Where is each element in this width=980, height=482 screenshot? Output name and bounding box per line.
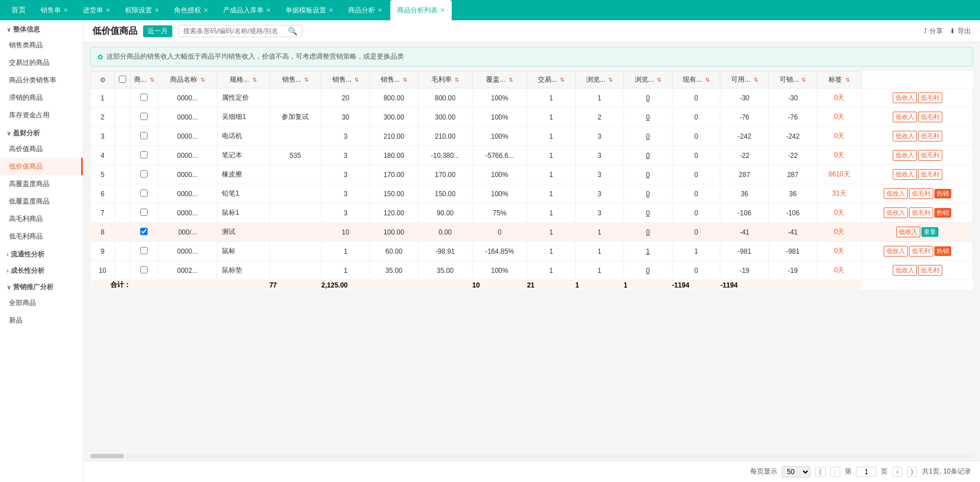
sidebar-group-marketing[interactable]: ∨ 营销推广分析	[0, 278, 83, 294]
row-checkbox-input[interactable]	[140, 228, 148, 235]
settings-icon[interactable]: ⚙	[100, 76, 106, 84]
row-browse1[interactable]: 0	[623, 223, 672, 242]
nav-analysis[interactable]: 商品分析 ✕	[341, 0, 389, 20]
row-checkbox[interactable]	[131, 184, 158, 204]
row-checkbox[interactable]	[131, 261, 158, 280]
sidebar-item-low-value[interactable]: 低价值商品	[0, 158, 83, 175]
sidebar-item-low-coverage[interactable]: 低覆盖度商品	[0, 193, 83, 210]
nav-close-analysis[interactable]: ✕	[377, 7, 382, 14]
sidebar-item-sales-goods[interactable]: 销售类商品	[0, 37, 83, 54]
browse1-link[interactable]: 0	[646, 267, 650, 275]
per-page-select[interactable]: 50 20 100	[782, 466, 810, 477]
browse1-link[interactable]: 1	[646, 247, 650, 255]
scrollbar-thumb[interactable]	[90, 454, 124, 458]
row-checkbox-input[interactable]	[140, 132, 148, 139]
row-checkbox-input[interactable]	[140, 113, 148, 120]
row-checkbox[interactable]	[131, 165, 158, 184]
sidebar-item-high-value[interactable]: 高价值商品	[0, 140, 83, 158]
row-checkbox[interactable]	[131, 204, 158, 223]
row-settings[interactable]	[115, 261, 131, 280]
row-settings[interactable]	[115, 108, 131, 127]
nav-analysis-list[interactable]: 商品分析列表 ✕	[390, 0, 452, 20]
col-settings[interactable]: ⚙	[91, 72, 115, 89]
row-browse1[interactable]: 0	[623, 261, 672, 280]
nav-permissions[interactable]: 权限设置 ✕	[118, 0, 166, 20]
nav-template[interactable]: 单据模板设置 ✕	[279, 0, 340, 20]
sidebar-group-overall[interactable]: ∨ 整体信息	[0, 20, 83, 37]
browse1-link[interactable]: 0	[646, 94, 650, 102]
row-browse1[interactable]: 0	[623, 184, 672, 204]
row-browse1[interactable]: 0	[623, 108, 672, 127]
page-number-input[interactable]	[856, 467, 876, 477]
nav-close-template[interactable]: ✕	[328, 7, 333, 14]
nav-close-permissions[interactable]: ✕	[154, 7, 159, 14]
sidebar-item-new-goods[interactable]: 新品	[0, 312, 83, 329]
last-page-button[interactable]: ⟩	[907, 467, 917, 477]
row-checkbox[interactable]	[131, 242, 158, 261]
row-settings[interactable]	[115, 127, 131, 146]
row-settings[interactable]	[115, 184, 131, 204]
row-checkbox-input[interactable]	[140, 94, 148, 101]
row-checkbox[interactable]	[131, 223, 158, 242]
row-checkbox[interactable]	[131, 108, 158, 127]
search-input[interactable]	[183, 27, 284, 35]
browse1-link[interactable]: 0	[646, 171, 650, 179]
row-browse1[interactable]: 0	[623, 127, 672, 146]
row-browse1[interactable]: 0	[623, 146, 672, 165]
nav-close-analysis-list[interactable]: ✕	[440, 7, 445, 14]
row-checkbox-input[interactable]	[140, 151, 148, 158]
row-settings[interactable]	[115, 242, 131, 261]
row-checkbox-input[interactable]	[140, 247, 148, 254]
row-checkbox-input[interactable]	[140, 266, 148, 273]
row-settings[interactable]	[115, 223, 131, 242]
nav-close-roles[interactable]: ✕	[203, 7, 208, 14]
nav-close-sales[interactable]: ✕	[63, 7, 68, 14]
row-settings[interactable]	[115, 146, 131, 165]
browse1-link[interactable]: 0	[646, 152, 650, 160]
table-container[interactable]: ⚙ 商... ⇅ 商品名称 ⇅ 规格... ⇅ 销售... ⇅ 销售... ⇅ …	[90, 71, 973, 454]
row-browse1[interactable]: 0	[623, 165, 672, 184]
sidebar-item-high-coverage[interactable]: 高覆盖度商品	[0, 175, 83, 193]
row-browse1[interactable]: 1	[623, 242, 672, 261]
period-tag-button[interactable]: 近一月	[143, 25, 172, 37]
nav-home[interactable]: 首页	[5, 0, 33, 20]
horizontal-scrollbar[interactable]	[90, 454, 973, 458]
nav-close-purchase[interactable]: ✕	[105, 7, 110, 14]
row-checkbox[interactable]	[131, 127, 158, 146]
sidebar-group-finance[interactable]: ∨ 盈财分析	[0, 124, 83, 140]
row-browse1[interactable]: 0	[623, 204, 672, 223]
next-page-button[interactable]: ›	[892, 467, 902, 477]
nav-warehouse[interactable]: 产成品入库单 ✕	[216, 0, 278, 20]
sidebar-item-high-margin[interactable]: 高毛利商品	[0, 210, 83, 228]
nav-roles[interactable]: 角色授权 ✕	[167, 0, 215, 20]
row-settings[interactable]	[115, 204, 131, 223]
sidebar-item-traded-goods[interactable]: 交易过的商品	[0, 54, 83, 72]
row-checkbox-input[interactable]	[140, 209, 148, 216]
row-settings[interactable]	[115, 89, 131, 108]
sidebar-item-all-goods[interactable]: 全部商品	[0, 294, 83, 312]
row-settings[interactable]	[115, 165, 131, 184]
browse1-link[interactable]: 0	[646, 132, 650, 140]
export-button[interactable]: ⬇ 导出	[950, 26, 971, 36]
sidebar-item-low-margin[interactable]: 低毛利商品	[0, 228, 83, 245]
browse1-link[interactable]: 0	[646, 113, 650, 121]
nav-purchase[interactable]: 进货单 ✕	[76, 0, 117, 20]
sidebar-group-growth[interactable]: › 成长性分析	[0, 262, 83, 278]
col-checkbox[interactable]	[115, 72, 131, 89]
browse1-link[interactable]: 0	[646, 209, 650, 217]
first-page-button[interactable]: ⟨	[815, 467, 826, 477]
select-all-checkbox[interactable]	[119, 76, 126, 83]
row-browse1[interactable]: 0	[623, 89, 672, 108]
row-checkbox-input[interactable]	[140, 189, 148, 197]
browse1-link[interactable]: 0	[646, 190, 650, 198]
browse1-link[interactable]: 0	[646, 228, 650, 236]
sidebar-group-liquidity[interactable]: › 流通性分析	[0, 245, 83, 262]
nav-close-warehouse[interactable]: ✕	[266, 7, 271, 14]
search-icon[interactable]: 🔍	[288, 26, 297, 36]
nav-sales[interactable]: 销售单 ✕	[34, 0, 75, 20]
row-checkbox[interactable]	[131, 89, 158, 108]
sidebar-item-slow-goods[interactable]: 滞销的商品	[0, 89, 83, 107]
share-button[interactable]: ⤴ 分享	[924, 26, 943, 36]
row-checkbox-input[interactable]	[140, 170, 148, 178]
sidebar-item-category-rate[interactable]: 商品分类销售率	[0, 72, 83, 89]
